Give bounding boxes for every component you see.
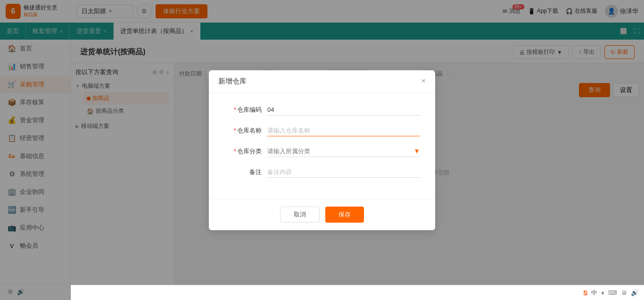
category-label: 仓库分类 (224, 147, 262, 156)
modal-header: 新增仓库 × (209, 70, 435, 93)
name-input[interactable] (267, 125, 420, 136)
bottom-bar: S 中 ♦ ⌨ 🖥 🔊 (71, 285, 644, 300)
category-dropdown-arrow: ▼ (413, 147, 420, 155)
form-row-category: 仓库分类 ▼ (224, 146, 420, 157)
form-row-code: 仓库编码 (224, 104, 420, 116)
cancel-button[interactable]: 取消 (280, 207, 320, 223)
form-row-note: 备注 (224, 167, 420, 178)
volume-icon[interactable]: 🔊 (631, 289, 638, 296)
keyboard-icon[interactable]: ⌨ (608, 289, 617, 296)
code-label: 仓库编码 (224, 106, 262, 114)
modal-footer: 取消 保存 (209, 199, 435, 230)
diamond-icon[interactable]: ♦ (601, 289, 604, 296)
monitor-icon[interactable]: 🖥 (621, 289, 627, 296)
note-label: 备注 (224, 168, 262, 176)
note-input[interactable] (267, 167, 420, 178)
modal-title: 新增仓库 (218, 77, 247, 86)
modal-close-button[interactable]: × (421, 77, 426, 85)
form-row-name: 仓库名称 (224, 125, 420, 136)
modal-body: 仓库编码 仓库名称 仓库分类 ▼ 备注 (209, 93, 435, 199)
code-input[interactable] (267, 104, 420, 116)
sougou-icon[interactable]: S (583, 289, 587, 297)
category-select-row[interactable]: ▼ (267, 146, 420, 157)
name-label: 仓库名称 (224, 126, 262, 135)
save-button[interactable]: 保存 (325, 207, 364, 223)
modal-overlay[interactable]: 新增仓库 × 仓库编码 仓库名称 仓库分类 ▼ (0, 0, 644, 300)
chinese-input-icon[interactable]: 中 (591, 289, 597, 297)
new-warehouse-modal: 新增仓库 × 仓库编码 仓库名称 仓库分类 ▼ (209, 70, 435, 230)
category-input[interactable] (267, 146, 413, 157)
